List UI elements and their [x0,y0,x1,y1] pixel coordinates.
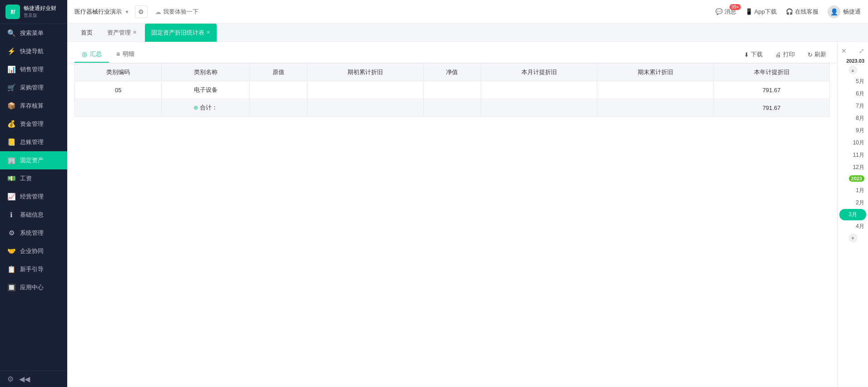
sidebar-item-search[interactable]: 🔍 搜索菜单 [0,24,67,42]
download-icon: 📱 [745,8,753,15]
tab-depreciation[interactable]: 固定资产折旧统计表 ✕ [145,24,217,42]
app-download-button[interactable]: 📱 App下载 [745,8,777,16]
toolbar: ⬇ 下载 🖨 打印 ↻ 刷新 [740,49,830,60]
table-row: 05 电子设备 791.67 [75,81,830,99]
topbar: 医疗器械行业演示 ▼ ⚙ ☁ 我要体验一下 💬 消息 99+ 📱 App下载 🎧… [67,0,868,24]
refresh-button[interactable]: ↻ 刷新 [804,49,830,60]
panel-current-date: 2023.03 [838,58,868,64]
customer-service-button[interactable]: 🎧 在线客服 [786,8,818,16]
month-item[interactable]: 7月 [838,100,868,112]
sidebar-item-system[interactable]: ⚙ 系统管理 [0,224,67,242]
cell-accumulated [307,81,423,99]
scroll-up-button[interactable]: ▲ [848,65,858,74]
total-annual: 791.67 [714,99,830,117]
total-row: ⊕ 合计： 791.67 [75,99,830,117]
sidebar-item-purchase[interactable]: 🛒 采购管理 [0,79,67,97]
topbar-right: 💬 消息 99+ 📱 App下载 🎧 在线客服 👤 畅捷通 [715,5,861,18]
month-item[interactable]: 10月 [838,137,868,149]
message-button[interactable]: 💬 消息 99+ [715,8,736,16]
logo-icon: 财 [5,5,20,19]
sidebar-item-ledger[interactable]: 📒 总账管理 [0,133,67,151]
month-4[interactable]: 4月 [838,220,868,233]
month-3-active[interactable]: 3月 [839,209,866,220]
apps-icon: 🔲 [7,283,15,292]
basic-icon: ℹ [7,211,15,219]
sidebar-item-fixed[interactable]: 🏢 固定资产 [0,151,67,169]
collapse-icon[interactable]: ◀◀ [19,375,30,383]
month-item[interactable]: 12月 [838,161,868,174]
col-annual: 本年计提折旧 [714,64,830,81]
table-header-row: 类别编码 类别名称 原值 期初累计折旧 净值 本月计提折旧 期末累计折旧 本年计… [75,64,830,81]
print-button[interactable]: 🖨 打印 [772,49,799,60]
tab-asset-mgmt[interactable]: 资产管理 ✕ [101,24,143,42]
month-2[interactable]: 2月 [838,197,868,209]
month-item[interactable]: 9月 [838,124,868,137]
panel-expand-icon[interactable]: ⤢ [859,47,864,55]
quicknav-icon: ⚡ [7,47,15,55]
sidebar-item-finance[interactable]: 💰 资金管理 [0,115,67,133]
sidebar-item-basic[interactable]: ℹ 基础信息 [0,206,67,224]
company-chevron-icon: ▼ [124,9,129,15]
subtab-detail[interactable]: ≡ 明细 [109,46,142,63]
app-logo: 财 畅捷通好业财 普及版 [0,0,67,24]
salary-icon: 💵 [7,174,15,183]
sales-icon: 📊 [7,65,15,74]
company-icon: 🤝 [7,247,15,255]
summary-icon: ◎ [82,50,87,58]
sidebar-item-apps[interactable]: 🔲 应用中心 [0,278,67,297]
col-original: 原值 [250,64,308,81]
settings-button[interactable]: ⚙ [135,5,148,18]
print-icon: 🖨 [775,51,781,58]
sidebar-item-inventory[interactable]: 📦 库存核算 [0,97,67,115]
fixed-icon: 🏢 [7,156,15,164]
experience-button[interactable]: ☁ 我要体验一下 [155,8,198,16]
panel-close-icon[interactable]: ✕ [841,47,847,55]
total-net [423,99,481,117]
user-menu-button[interactable]: 👤 畅捷通 [828,5,861,18]
sidebar-item-guide[interactable]: 📋 新手引导 [0,260,67,278]
cell-annual: 791.67 [714,81,830,99]
search-icon: 🔍 [7,29,15,37]
month-1[interactable]: 1月 [838,184,868,197]
download-button[interactable]: ⬇ 下载 [740,49,766,60]
download-icon: ⬇ [744,51,749,58]
col-end-accumulated: 期末累计折旧 [597,64,714,81]
experience-icon: ☁ [155,8,161,15]
table-container: 类别编码 类别名称 原值 期初累计折旧 净值 本月计提折旧 期末累计折旧 本年计… [67,63,837,387]
total-empty [75,99,162,117]
month-item[interactable]: 11月 [838,149,868,161]
scroll-down-button[interactable]: ▼ [848,233,858,243]
cell-end-accumulated [597,81,714,99]
month-item[interactable]: 6月 [838,88,868,100]
depreciation-table: 类别编码 类别名称 原值 期初累计折旧 净值 本月计提折旧 期末累计折旧 本年计… [74,63,830,117]
tabbar: 首页 资产管理 ✕ 固定资产折旧统计表 ✕ [67,24,868,42]
month-item[interactable]: 5月 [838,75,868,88]
subtab-summary[interactable]: ◎ 汇总 [74,46,109,63]
settings-icon[interactable]: ⚙ [7,375,14,383]
app-version: 普及版 [24,12,56,19]
content-area: ◎ 汇总 ≡ 明细 ⬇ 下载 🖨 打印 [67,42,868,387]
col-accumulated: 期初累计折旧 [307,64,423,81]
gear-icon: ⚙ [138,8,144,15]
headset-icon: 🎧 [786,8,793,15]
cell-original [250,81,308,99]
tab-home[interactable]: 首页 [74,24,99,42]
system-icon: ⚙ [7,229,15,237]
col-monthly: 本月计提折旧 [481,64,597,81]
app-name: 畅捷通好业财 [24,5,56,12]
sidebar-nav: 🔍 搜索菜单 ⚡ 快捷导航 📊 销售管理 🛒 采购管理 📦 库存核算 💰 资金管… [0,24,67,371]
company-selector[interactable]: 医疗器械行业演示 ▼ [74,8,129,16]
guide-icon: 📋 [7,265,15,273]
main-area: 医疗器械行业演示 ▼ ⚙ ☁ 我要体验一下 💬 消息 99+ 📱 App下载 🎧… [67,0,868,387]
sidebar-item-salary[interactable]: 💵 工资 [0,169,67,188]
sidebar-item-sales[interactable]: 📊 销售管理 [0,60,67,79]
sidebar-item-quicknav[interactable]: ⚡ 快捷导航 [0,42,67,60]
month-item[interactable]: 8月 [838,112,868,124]
year-2023-header: 2023 [838,174,868,184]
sidebar-item-company[interactable]: 🤝 企业协同 [0,242,67,260]
finance-icon: 💰 [7,120,15,128]
close-asset-tab-icon[interactable]: ✕ [133,30,137,35]
subtab-bar: ◎ 汇总 ≡ 明细 ⬇ 下载 🖨 打印 [67,42,837,63]
sidebar-item-ops[interactable]: 📈 经营管理 [0,188,67,206]
close-depreciation-tab-icon[interactable]: ✕ [206,30,210,35]
